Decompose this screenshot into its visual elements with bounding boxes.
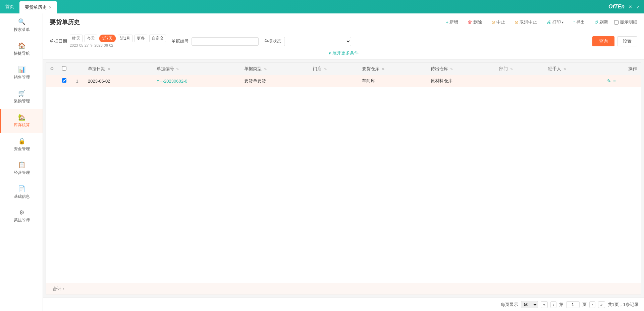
doc-no-link[interactable]: YH-20230602-0 — [157, 79, 187, 84]
select-all-checkbox[interactable] — [62, 66, 66, 71]
cell-handler — [544, 75, 603, 87]
show-detail-toggle[interactable]: 显示明细 — [614, 19, 637, 25]
date-range-display: 2023-05-27 至 2023-06-02 — [70, 43, 166, 48]
quick-nav-icon: 🏠 — [18, 42, 25, 49]
show-detail-checkbox-input[interactable] — [614, 20, 619, 25]
ops-mgmt-icon: 📋 — [18, 161, 25, 169]
col-doc-date[interactable]: 单据日期 ⇅ — [84, 63, 153, 75]
sidebar-item-basic-info[interactable]: 📄 基础信息 — [0, 180, 43, 204]
status-filter-group: 单据状态 — [264, 37, 351, 46]
query-button[interactable]: 查询 — [592, 36, 614, 46]
col-doc-type[interactable]: 单据类型 ⇅ — [240, 63, 309, 75]
new-icon: + — [446, 19, 448, 25]
sidebar-item-search-menu[interactable]: 🔍 搜索菜单 — [0, 13, 43, 37]
sidebar-label-basic-info: 基础信息 — [14, 194, 30, 199]
row-more-icon[interactable]: ≡ — [613, 78, 616, 84]
sidebar-item-sys-mgmt[interactable]: ⚙ 系统管理 — [0, 204, 43, 228]
last-page-button[interactable]: » — [598, 301, 605, 308]
date-btn-yesterday[interactable]: 昨天 — [70, 35, 83, 42]
first-page-button[interactable]: « — [541, 301, 548, 308]
new-button[interactable]: + 新增 — [442, 17, 462, 27]
table-header-row: ⚙ 单据日期 ⇅ 单据编号 ⇅ — [46, 63, 641, 75]
col-doc-no[interactable]: 单据编号 ⇅ — [153, 63, 240, 75]
total-info: 共1页，1条记录 — [608, 302, 639, 308]
date-btn-today[interactable]: 今天 — [85, 35, 97, 42]
settings-button[interactable]: 设置 — [617, 36, 637, 46]
sidebar-item-finance-mgmt[interactable]: 🔒 资金管理 — [0, 133, 43, 157]
col-pending-warehouse[interactable]: 待出仓库 ⇅ — [427, 63, 495, 75]
expand-more-label: 展开更多条件 — [332, 50, 359, 56]
tab-requisition-history[interactable]: 要货单历史 ✕ — [19, 1, 57, 13]
page-number-input[interactable] — [566, 301, 580, 308]
sidebar-item-inventory-calc[interactable]: 🏡 库存核算 — [0, 109, 43, 133]
sort-req-warehouse-icon: ⇅ — [382, 67, 384, 71]
table-header: ⚙ 单据日期 ⇅ 单据编号 ⇅ — [46, 63, 641, 75]
sidebar-item-ops-mgmt[interactable]: 📋 经营管理 — [0, 157, 43, 180]
tab-requisition-history-label: 要货单历史 — [25, 4, 47, 10]
sidebar-item-sales-mgmt[interactable]: 📊 销售管理 — [0, 61, 43, 85]
sidebar-item-purchase-mgmt[interactable]: 🛒 采购管理 — [0, 85, 43, 109]
cell-checkbox[interactable] — [58, 75, 70, 87]
sidebar-item-quick-nav[interactable]: 🏠 快捷导航 — [0, 37, 43, 61]
top-bar-right: OfTEn ✕ ⤢ — [608, 4, 644, 10]
filter-area: 单据日期 昨天 今天 近7天 近1月 更多 自定义 2023-05-27 至 2… — [43, 31, 644, 60]
toolbar: + 新增 🗑 删除 ⊘ 中止 ⊘ 取消中止 — [442, 17, 637, 27]
brand-label: OfTEn — [608, 4, 625, 10]
window-resize-icon[interactable]: ⤢ — [636, 4, 640, 9]
filter-row-1: 单据日期 昨天 今天 近7天 近1月 更多 自定义 2023-05-27 至 2… — [50, 35, 637, 48]
cancel-stop-button[interactable]: ⊘ 取消中止 — [511, 17, 540, 27]
sidebar-label-purchase-mgmt: 采购管理 — [14, 98, 30, 104]
refresh-button[interactable]: ↺ 刷新 — [591, 17, 611, 27]
export-button[interactable]: ↑ 导出 — [570, 17, 588, 27]
sort-handler-icon: ⇅ — [564, 67, 566, 71]
stop-button[interactable]: ⊘ 中止 — [488, 17, 508, 27]
doc-no-label: 单据编号 — [171, 38, 189, 44]
prev-page-button[interactable]: ‹ — [550, 301, 556, 308]
col-settings[interactable]: ⚙ — [46, 63, 58, 75]
expand-more-btn[interactable]: ▾ 展开更多条件 — [329, 50, 359, 56]
date-btn-custom[interactable]: 自定义 — [149, 35, 166, 42]
sort-doc-date-icon: ⇅ — [108, 67, 110, 71]
col-doc-type-label: 单据类型 — [244, 66, 262, 71]
pagination: 每页显示 50 100 200 « ‹ 第 页 › » 共1页，1条记录 — [43, 298, 644, 311]
per-page-select[interactable]: 50 100 200 — [521, 301, 538, 308]
table-footer: 合计： — [46, 283, 641, 295]
col-rownum — [70, 63, 84, 75]
print-icon: 🖨 — [546, 19, 551, 25]
tab-close-icon[interactable]: ✕ — [49, 5, 52, 10]
basic-info-icon: 📄 — [18, 185, 25, 192]
row-edit-icon[interactable]: ✎ — [607, 78, 611, 84]
content-area: 要货单历史 + 新增 🗑 删除 ⊘ 中止 ⊘ — [43, 13, 644, 311]
status-select[interactable] — [284, 37, 351, 46]
row-checkbox[interactable] — [62, 78, 66, 83]
col-handler[interactable]: 经手人 ⇅ — [544, 63, 603, 75]
date-filter-buttons: 昨天 今天 近7天 近1月 更多 自定义 — [70, 35, 166, 42]
doc-no-input[interactable] — [192, 37, 259, 46]
print-button[interactable]: 🖨 打印 ▾ — [543, 17, 567, 27]
finance-mgmt-icon: 🔒 — [18, 137, 25, 145]
sidebar-label-finance-mgmt: 资金管理 — [14, 146, 30, 152]
col-req-warehouse[interactable]: 要货仓库 ⇅ — [358, 63, 427, 75]
top-bar: 首页 要货单历史 ✕ OfTEn ✕ ⤢ — [0, 0, 644, 13]
stop-icon: ⊘ — [491, 19, 495, 25]
table-row[interactable]: 1 2023-06-02 YH-20230602-0 要货单要货 车间库 原材料… — [46, 75, 641, 87]
col-doc-date-label: 单据日期 — [88, 66, 105, 71]
sales-mgmt-icon: 📊 — [18, 66, 25, 73]
col-dept[interactable]: 部门 ⇅ — [495, 63, 544, 75]
sort-dept-icon: ⇅ — [510, 67, 513, 71]
date-btn-1month[interactable]: 近1月 — [118, 35, 133, 42]
sidebar-label-search-menu: 搜索菜单 — [14, 27, 30, 33]
refresh-label: 刷新 — [599, 19, 608, 25]
date-btn-7days[interactable]: 近7天 — [99, 35, 116, 42]
print-dropdown-icon: ▾ — [562, 20, 564, 24]
next-page-button[interactable]: › — [589, 301, 595, 308]
delete-button[interactable]: 🗑 删除 — [464, 17, 485, 27]
delete-icon: 🗑 — [468, 19, 472, 25]
window-close-icon[interactable]: ✕ — [629, 4, 632, 9]
tab-home[interactable]: 首页 — [0, 0, 19, 13]
date-btn-more[interactable]: 更多 — [135, 35, 147, 42]
col-handler-label: 经手人 — [548, 66, 561, 71]
cell-doc-no[interactable]: YH-20230602-0 — [153, 75, 240, 87]
cell-pending-warehouse: 原材料仓库 — [427, 75, 495, 87]
col-store[interactable]: 门店 ⇅ — [309, 63, 358, 75]
